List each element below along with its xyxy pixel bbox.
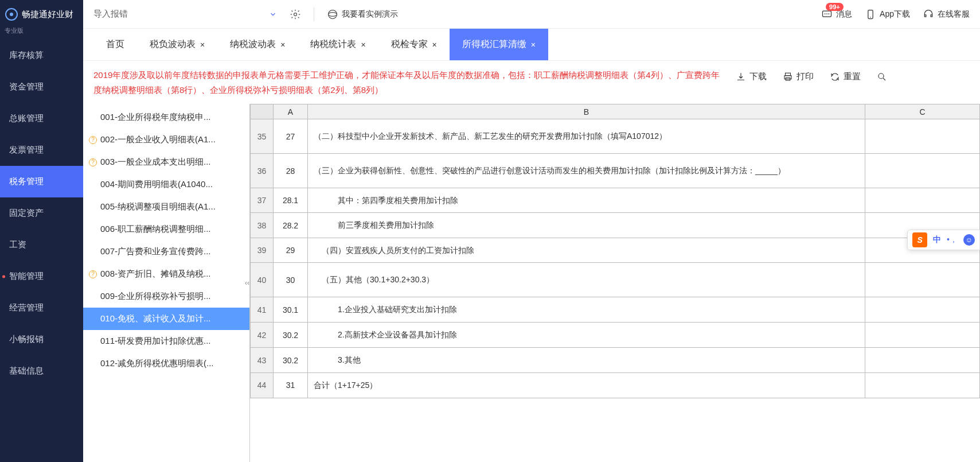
list-item[interactable]: 012-减免所得税优惠明细表(...: [83, 352, 249, 375]
cell[interactable]: 28: [274, 154, 308, 188]
cell[interactable]: 28.1: [274, 188, 308, 213]
message-button[interactable]: 99+ 消息: [821, 9, 852, 20]
col-header-c[interactable]: C: [865, 104, 980, 119]
ime-lang[interactable]: 中: [933, 235, 941, 245]
row-header[interactable]: 44: [251, 373, 274, 398]
cell[interactable]: 1.企业投入基础研究支出加计扣除: [308, 297, 865, 323]
tab-tax-stats[interactable]: 纳税统计表×: [298, 29, 378, 60]
list-item[interactable]: ?003-一般企业成本支出明细...: [83, 151, 249, 173]
nav-operation[interactable]: 经营管理: [0, 292, 83, 324]
cell[interactable]: 3.其他: [308, 348, 865, 373]
row-header[interactable]: 40: [251, 263, 274, 297]
list-item[interactable]: 007-广告费和业务宣传费跨...: [83, 240, 249, 263]
cell[interactable]: [865, 297, 980, 323]
tab-tax-expert[interactable]: 税检专家×: [378, 29, 450, 60]
cell[interactable]: [865, 323, 980, 348]
list-item[interactable]: 006-职工薪酬纳税调整明细...: [83, 218, 249, 240]
cell[interactable]: （五）其他（30.1+30.2+30.3）: [308, 263, 865, 297]
nav-fixed-asset[interactable]: 固定资产: [0, 197, 83, 229]
row-header[interactable]: 38: [251, 213, 274, 238]
row-header[interactable]: 39: [251, 238, 274, 262]
support-label: 在线客服: [938, 9, 970, 20]
nav-ledger[interactable]: 总账管理: [0, 103, 83, 134]
nav-inventory[interactable]: 库存核算: [0, 40, 83, 71]
tab-tax-burden[interactable]: 税负波动表×: [137, 29, 217, 60]
cell[interactable]: 30.1: [274, 297, 308, 323]
brand-name: 畅捷通好业财: [22, 9, 73, 20]
search-box[interactable]: 导入报错: [93, 9, 277, 20]
row-header[interactable]: 37: [251, 188, 274, 213]
list-item[interactable]: 010-免税、减计收入及加计...: [83, 308, 249, 330]
list-item[interactable]: 011-研发费用加计扣除优惠...: [83, 330, 249, 352]
collapse-handle[interactable]: ‹‹: [245, 279, 253, 287]
col-header-a[interactable]: A: [274, 104, 308, 119]
list-item[interactable]: 001-企业所得税年度纳税申...: [83, 106, 249, 129]
tab-tax-pay[interactable]: 纳税波动表×: [217, 29, 298, 60]
cell[interactable]: 27: [274, 119, 308, 154]
cell[interactable]: 29: [274, 238, 308, 262]
sheet-corner[interactable]: [251, 104, 274, 119]
cell[interactable]: 其中：第四季度相关费用加计扣除: [308, 188, 865, 213]
spreadsheet[interactable]: A B C 3527（二）科技型中小企业开发新技术、新产品、新工艺发生的研究开发…: [249, 104, 980, 462]
row-header[interactable]: 43: [251, 348, 274, 373]
demo-label: 我要看实例演示: [342, 9, 398, 20]
list-item[interactable]: 009-企业所得税弥补亏损明...: [83, 285, 249, 308]
tab-income-tax[interactable]: 所得税汇算清缴×: [450, 29, 548, 60]
list-item[interactable]: ?002-一般企业收入明细表(A1...: [83, 129, 249, 151]
nav-tax[interactable]: 税务管理: [0, 166, 83, 197]
close-icon[interactable]: ×: [280, 40, 285, 49]
ime-emoji-icon[interactable]: ☺: [963, 234, 975, 246]
row-header[interactable]: 35: [251, 119, 274, 154]
cell[interactable]: 30.2: [274, 323, 308, 348]
nav-fund[interactable]: 资金管理: [0, 71, 83, 103]
list-item[interactable]: 005-纳税调整项目明细表(A1...: [83, 196, 249, 218]
nav-smart[interactable]: 智能管理: [0, 261, 83, 292]
list-item[interactable]: ?008-资产折旧、摊销及纳税...: [83, 263, 249, 285]
close-icon[interactable]: ×: [361, 40, 365, 49]
row-header[interactable]: 36: [251, 154, 274, 188]
cell[interactable]: [865, 154, 980, 188]
cell[interactable]: 30.2: [274, 348, 308, 373]
cell[interactable]: 前三季度相关费用加计扣除: [308, 213, 865, 238]
close-icon[interactable]: ×: [432, 40, 437, 49]
nav-basic[interactable]: 基础信息: [0, 355, 83, 387]
cell[interactable]: 合计（1+17+25）: [308, 373, 865, 398]
support-button[interactable]: 在线客服: [923, 9, 970, 20]
col-header-b[interactable]: B: [308, 104, 865, 119]
svg-point-7: [826, 13, 827, 14]
nav-invoice[interactable]: 发票管理: [0, 134, 83, 166]
sogou-icon: S: [912, 232, 927, 247]
close-icon[interactable]: ×: [200, 40, 205, 49]
cell[interactable]: [865, 188, 980, 213]
tab-home[interactable]: 首页: [93, 29, 137, 60]
row-header[interactable]: 41: [251, 297, 274, 323]
cell[interactable]: [865, 373, 980, 398]
cell[interactable]: （四）安置残疾人员所支付的工资加计扣除: [308, 238, 865, 262]
table-row: 4030 （五）其他（30.1+30.2+30.3）: [251, 263, 980, 297]
nav-reimburse[interactable]: 小畅报销: [0, 324, 83, 355]
cell[interactable]: 2.高新技术企业设备器具加计扣除: [308, 323, 865, 348]
refresh-button[interactable]: 重置: [830, 71, 861, 82]
nav-salary[interactable]: 工资: [0, 229, 83, 261]
list-item[interactable]: 004-期间费用明细表(A1040...: [83, 173, 249, 196]
ime-toolbar[interactable]: S 中 •， ☺: [907, 230, 980, 250]
table-row: 3728.1 其中：第四季度相关费用加计扣除: [251, 188, 980, 213]
cell[interactable]: （二）科技型中小企业开发新技术、新产品、新工艺发生的研究开发费用加计扣除（填写A…: [308, 119, 865, 154]
cell[interactable]: 28.2: [274, 213, 308, 238]
cell[interactable]: [865, 348, 980, 373]
ime-punct-icon[interactable]: •，: [947, 235, 958, 245]
row-header[interactable]: 42: [251, 323, 274, 348]
cell[interactable]: 30: [274, 263, 308, 297]
demo-link[interactable]: 我要看实例演示: [327, 9, 398, 20]
gear-icon[interactable]: [290, 9, 301, 20]
table-row: 3628（三）企业为获得创新性、创意性、突破性的产品进行创意设计活动而发生的相关…: [251, 154, 980, 188]
download-button[interactable]: 下载: [736, 71, 767, 82]
close-icon[interactable]: ×: [531, 40, 536, 49]
cell[interactable]: [865, 119, 980, 154]
search-icon[interactable]: [877, 72, 887, 82]
cell[interactable]: （三）企业为获得创新性、创意性、突破性的产品进行创意设计活动而发生的相关费用加计…: [308, 154, 865, 188]
app-download-button[interactable]: App下载: [865, 9, 910, 20]
print-button[interactable]: 打印: [783, 71, 814, 82]
cell[interactable]: 31: [274, 373, 308, 398]
cell[interactable]: [865, 263, 980, 297]
